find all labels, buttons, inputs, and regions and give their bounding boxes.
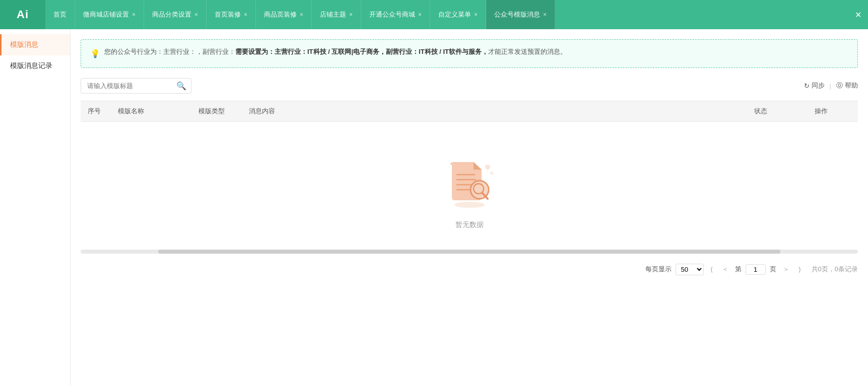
nav-tab-weishop-settings[interactable]: 微商城店铺设置× [75,0,144,29]
search-input-wrap: 🔍 [81,78,191,94]
sync-button[interactable]: ↻ 同步 [804,81,825,90]
help-icon: ⓪ [836,81,843,90]
nav-tabs: 首页微商城店铺设置×商品分类设置×首页装修×商品页装修×店铺主题×开通公众号商城… [45,0,848,29]
sync-label: 同步 [812,81,825,90]
top-nav: Ai 首页微商城店铺设置×商品分类设置×首页装修×商品页装修×店铺主题×开通公众… [0,0,868,29]
nav-tab-home[interactable]: 首页 [45,0,75,29]
svg-point-8 [485,165,490,170]
nav-tab-close[interactable]: × [194,11,198,18]
empty-state: 暂无数据 [81,122,858,250]
nav-tab-close[interactable]: × [418,11,422,18]
nav-tab-label: 自定义菜单 [438,10,471,19]
nav-tab-category-settings[interactable]: 商品分类设置× [144,0,207,29]
main-layout: 模版消息模版消息记录 💡 您的公众号行业为：主营行业：，副营行业：需要设置为：主… [0,29,868,386]
page-prefix: 第 [735,265,742,274]
sidebar-item-template-msg[interactable]: 模版消息 [0,34,70,55]
empty-icon [439,152,500,212]
th-type: 模版类型 [191,101,242,121]
nav-tab-label: 开通公众号商城 [369,10,415,19]
content-area: 💡 您的公众号行业为：主营行业：，副营行业：需要设置为：主营行业：IT科技 / … [71,29,868,386]
th-content: 消息内容 [242,101,747,121]
data-table: 序号模版名称模版类型消息内容状态操作 [81,101,858,122]
search-bar: 🔍 ↻ 同步 | ⓪ 帮助 [81,78,858,94]
svg-point-9 [490,172,493,175]
horizontal-scrollbar[interactable] [81,250,858,254]
search-input[interactable] [81,78,191,94]
nav-tab-close[interactable]: × [349,11,353,18]
notice-highlight: 需要设置为：主营行业：IT科技 / 互联网|电子商务，副营行业：IT科技 / I… [235,48,488,55]
page-label: 页 [770,265,776,274]
search-icon[interactable]: 🔍 [176,81,186,91]
app-logo: Ai [0,0,45,29]
current-page-input[interactable] [746,264,766,275]
nav-tab-label: 首页 [53,10,66,19]
empty-text: 暂无数据 [455,220,484,229]
nav-tab-close[interactable]: × [132,11,136,18]
notice-icon: 💡 [90,47,100,60]
toolbar-right: ↻ 同步 | ⓪ 帮助 [804,81,858,90]
th-name: 模版名称 [111,101,191,121]
nav-tab-label: 首页装修 [215,10,241,19]
nav-tab-product-decor[interactable]: 商品页装修× [256,0,312,29]
table-header-row: 序号模版名称模版类型消息内容状态操作 [81,101,858,121]
nav-tab-close[interactable]: × [474,11,478,18]
table-header: 序号模版名称模版类型消息内容状态操作 [81,101,858,121]
help-label: 帮助 [845,81,858,90]
nav-tab-label: 商品页装修 [264,10,297,19]
nav-tab-label: 微商城店铺设置 [83,10,129,19]
first-page-button[interactable]: ⟨ [708,265,715,274]
scrollbar-thumb[interactable] [158,250,780,254]
toolbar-divider: | [830,82,831,90]
close-all-button[interactable]: ✕ [848,0,868,29]
table-container: 序号模版名称模版类型消息内容状态操作 [81,101,858,376]
nav-tab-label: 店铺主题 [320,10,346,19]
th-seq: 序号 [81,101,111,121]
nav-tab-label: 商品分类设置 [152,10,191,19]
prev-page-button[interactable]: ＜ [719,264,731,275]
help-button[interactable]: ⓪ 帮助 [836,81,858,90]
th-status: 状态 [747,101,808,121]
sidebar: 模版消息模版消息记录 [0,29,71,386]
svg-point-0 [454,202,485,208]
notice-banner: 💡 您的公众号行业为：主营行业：，副营行业：需要设置为：主营行业：IT科技 / … [81,39,858,68]
notice-suffix: 才能正常发送预置的消息。 [488,48,567,55]
pagination: 每页显示 50 20 100 ⟨ ＜ 第 页 ＞ ⟩ 共0页，0条记录 [81,264,858,275]
nav-tab-label: 公众号模版消息 [494,10,540,19]
last-page-button[interactable]: ⟩ [796,265,804,274]
nav-tab-close[interactable]: × [244,11,247,18]
sync-icon: ↻ [804,82,810,90]
nav-tab-close[interactable]: × [300,11,303,18]
nav-tab-shop-theme[interactable]: 店铺主题× [312,0,361,29]
nav-tab-wechat-template[interactable]: 公众号模版消息× [486,0,555,29]
notice-prefix: 您的公众号行业为：主营行业：，副营行业： [104,48,235,55]
page-size-select[interactable]: 50 20 100 [676,264,704,275]
page-size-label: 每页显示 [645,265,672,274]
notice-text: 您的公众号行业为：主营行业：，副营行业：需要设置为：主营行业：IT科技 / 互联… [104,47,567,57]
next-page-button[interactable]: ＞ [780,264,792,275]
th-action: 操作 [808,101,858,121]
sidebar-item-template-msg-record[interactable]: 模版消息记录 [0,55,70,76]
nav-tab-close[interactable]: × [543,11,547,18]
nav-tab-open-wechat-shop[interactable]: 开通公众号商城× [361,0,430,29]
nav-tab-custom-menu[interactable]: 自定义菜单× [430,0,486,29]
nav-tab-home-decor[interactable]: 首页装修× [207,0,256,29]
page-summary: 共0页，0条记录 [812,265,858,274]
